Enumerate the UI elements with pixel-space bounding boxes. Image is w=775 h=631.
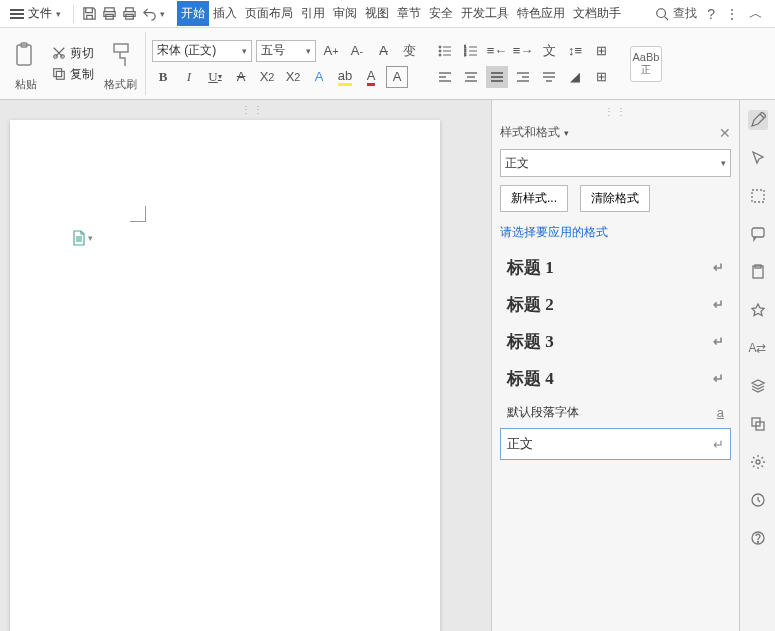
translate-icon[interactable]: A⇄ xyxy=(748,338,768,358)
more-icon[interactable]: ⋮ xyxy=(725,6,739,22)
align-justify-button[interactable] xyxy=(486,66,508,88)
increase-indent-button[interactable]: ≡→ xyxy=(512,40,534,62)
help-icon[interactable] xyxy=(748,528,768,548)
tab-9[interactable]: 特色应用 xyxy=(513,1,569,26)
svg-point-0 xyxy=(657,8,666,17)
tab-1[interactable]: 插入 xyxy=(209,1,241,26)
history-icon[interactable] xyxy=(748,490,768,510)
clear-format-button[interactable]: A̶ xyxy=(372,40,394,62)
sort-button[interactable]: ⊞ xyxy=(590,40,612,62)
svg-point-13 xyxy=(439,54,441,56)
chat-icon[interactable] xyxy=(748,224,768,244)
style-item-0[interactable]: 标题 1↵ xyxy=(500,249,731,286)
style-item-1[interactable]: 标题 2↵ xyxy=(500,286,731,323)
cut-button[interactable]: 剪切 xyxy=(52,45,94,62)
phonetic-button[interactable]: 变 xyxy=(398,40,420,62)
text-effects-button[interactable]: A xyxy=(308,66,330,88)
paragraph-mark-icon: ↵ xyxy=(713,334,724,349)
document-page[interactable]: ▾ xyxy=(10,120,440,631)
subscript-button[interactable]: X2 xyxy=(282,66,304,88)
tab-2[interactable]: 页面布局 xyxy=(241,1,297,26)
separator xyxy=(73,5,74,23)
style-item-3[interactable]: 标题 4↵ xyxy=(500,360,731,397)
underline-button[interactable]: U▾ xyxy=(204,66,226,88)
close-icon[interactable]: ✕ xyxy=(719,125,731,141)
panel-grip-icon[interactable]: ⋮⋮ xyxy=(500,106,731,116)
clipboard-icon[interactable] xyxy=(748,262,768,282)
font-name-combo[interactable]: 宋体 (正文)▾ xyxy=(152,40,252,62)
char-border-button[interactable]: A xyxy=(386,66,408,88)
select-icon[interactable] xyxy=(748,186,768,206)
overlap-icon[interactable] xyxy=(748,414,768,434)
pencil-icon[interactable] xyxy=(748,110,768,130)
highlight-button[interactable]: ab xyxy=(334,66,356,88)
bold-button[interactable]: B xyxy=(152,66,174,88)
tab-7[interactable]: 安全 xyxy=(425,1,457,26)
numbering-button[interactable]: 123 xyxy=(460,40,482,62)
file-menu[interactable]: 文件 ▾ xyxy=(4,3,67,24)
copy-button[interactable]: 复制 xyxy=(52,66,94,83)
tab-10[interactable]: 文档助手 xyxy=(569,1,625,26)
tab-4[interactable]: 审阅 xyxy=(329,1,361,26)
text-direction-button[interactable]: 文 xyxy=(538,40,560,62)
tab-3[interactable]: 引用 xyxy=(297,1,329,26)
line-spacing-button[interactable]: ↕≡ xyxy=(564,40,586,62)
svg-line-1 xyxy=(665,16,669,20)
styles-gallery[interactable]: AaBb正 xyxy=(630,46,662,82)
gear-icon[interactable] xyxy=(748,452,768,472)
paste-group: 粘贴 xyxy=(6,32,46,95)
panel-title[interactable]: 样式和格式 ▾ xyxy=(500,124,569,141)
paste-button[interactable] xyxy=(10,35,42,75)
clear-format-button[interactable]: 清除格式 xyxy=(580,185,650,212)
decrease-indent-button[interactable]: ≡← xyxy=(486,40,508,62)
new-style-button[interactable]: 新样式... xyxy=(500,185,568,212)
grow-font-button[interactable]: A+ xyxy=(320,40,342,62)
save-icon[interactable] xyxy=(80,5,98,23)
formatpainter-button[interactable] xyxy=(105,35,137,75)
help-icon[interactable]: ? xyxy=(707,6,715,22)
svg-rect-8 xyxy=(114,44,128,52)
font-size-combo[interactable]: 五号▾ xyxy=(256,40,316,62)
collapse-ribbon-icon[interactable]: ︿ xyxy=(749,5,763,23)
panel-header: 样式和格式 ▾ ✕ xyxy=(500,124,731,141)
shading-button[interactable]: ◢ xyxy=(564,66,586,88)
svg-point-48 xyxy=(757,542,758,543)
tab-5[interactable]: 视图 xyxy=(361,1,393,26)
font-color-button[interactable]: A xyxy=(360,66,382,88)
ribbon-tabs: 开始插入页面布局引用审阅视图章节安全开发工具特色应用文档助手 xyxy=(177,1,625,26)
superscript-button[interactable]: X2 xyxy=(256,66,278,88)
undo-icon[interactable] xyxy=(140,5,158,23)
italic-button[interactable]: I xyxy=(178,66,200,88)
current-style-combo[interactable]: 正文 ▾ xyxy=(500,149,731,177)
style-name: 标题 4 xyxy=(507,367,554,390)
tab-6[interactable]: 章节 xyxy=(393,1,425,26)
shrink-font-button[interactable]: A- xyxy=(346,40,368,62)
style-item-5[interactable]: 正文↵ xyxy=(500,428,731,460)
print-preview-icon[interactable] xyxy=(100,5,118,23)
search-button[interactable]: 查找 xyxy=(655,5,697,22)
section-icon[interactable]: ▾ xyxy=(72,230,93,246)
bullets-button[interactable] xyxy=(434,40,456,62)
align-left-button[interactable] xyxy=(434,66,456,88)
ribbon: 粘贴 剪切 复制 格式刷 宋体 (正文)▾ 五号▾ A+ A- A̶ 变 B I… xyxy=(0,28,775,100)
svg-rect-6 xyxy=(54,69,62,77)
svg-rect-2 xyxy=(17,45,31,65)
strikethrough-button[interactable]: A xyxy=(230,66,252,88)
distribute-button[interactable] xyxy=(538,66,560,88)
document-area[interactable]: ⋮⋮ ▾ xyxy=(0,100,491,631)
paragraph-mark-icon xyxy=(130,206,146,222)
cursor-icon[interactable] xyxy=(748,148,768,168)
borders-button[interactable]: ⊞ xyxy=(590,66,612,88)
tab-8[interactable]: 开发工具 xyxy=(457,1,513,26)
tab-0[interactable]: 开始 xyxy=(177,1,209,26)
align-right-button[interactable] xyxy=(512,66,534,88)
style-name: 默认段落字体 xyxy=(507,404,579,421)
style-item-4[interactable]: 默认段落字体a xyxy=(500,397,731,428)
star-icon[interactable] xyxy=(748,300,768,320)
align-center-button[interactable] xyxy=(460,66,482,88)
undo-dropdown[interactable]: ▾ xyxy=(160,9,165,19)
style-item-2[interactable]: 标题 3↵ xyxy=(500,323,731,360)
print-icon[interactable] xyxy=(120,5,138,23)
layers-icon[interactable] xyxy=(748,376,768,396)
panel-grip-icon[interactable]: ⋮⋮ xyxy=(241,104,265,115)
